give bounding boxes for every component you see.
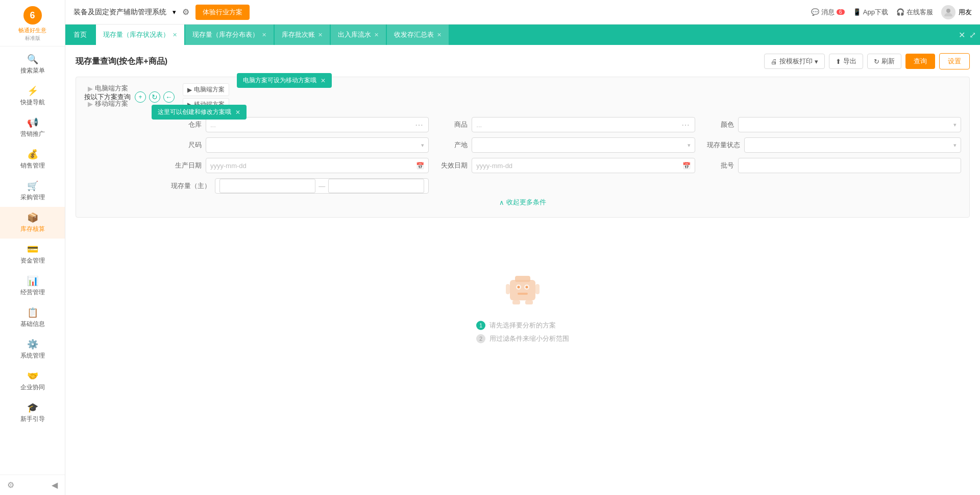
- settings-button[interactable]: 设置: [939, 53, 970, 69]
- expiry-date-input[interactable]: yyyy-mm-dd 📅: [472, 158, 695, 173]
- batch-no-input[interactable]: [738, 158, 961, 173]
- chart-icon: 📊: [27, 275, 38, 287]
- money-icon: 💰: [27, 149, 38, 160]
- phone-icon: 📱: [853, 8, 861, 16]
- close-tab-icon[interactable]: ✕: [262, 32, 266, 38]
- more-conditions-toggle[interactable]: ∧ 收起更多条件: [84, 194, 961, 211]
- svg-rect-2: [515, 276, 530, 282]
- more-icon: ⋯: [415, 120, 424, 130]
- chevron-down-icon: ▾: [953, 142, 957, 149]
- sidebar-item-label: 系统管理: [20, 351, 45, 360]
- sidebar-item-purchase[interactable]: 🛒 采购管理: [0, 175, 65, 207]
- filter-origin: 产地 ▾: [437, 137, 695, 153]
- color-select[interactable]: ▾: [738, 117, 961, 132]
- arrow-icon: ▶: [88, 100, 93, 108]
- refresh-button[interactable]: ↻ 刷新: [867, 54, 901, 69]
- sidebar-item-label: 营销推广: [20, 130, 45, 138]
- tab-receive-summary[interactable]: 收发存汇总表 ✕: [387, 25, 449, 45]
- close-tab-icon[interactable]: ✕: [437, 32, 442, 38]
- tab-batch-ledger[interactable]: 库存批次账 ✕: [275, 25, 330, 45]
- sidebar-item-marketing[interactable]: 📢 营销推广: [0, 112, 65, 144]
- print-button[interactable]: 🖨 按模板打印 ▾: [764, 54, 825, 69]
- avatar: [941, 5, 955, 19]
- settings-footer-icon[interactable]: ⚙: [7, 480, 14, 490]
- sidebar-item-guide[interactable]: 🎓 新手引导: [0, 397, 65, 429]
- sidebar-item-enterprise[interactable]: 🤝 企业协同: [0, 365, 65, 397]
- sidebar-item-quick[interactable]: ⚡ 快捷导航: [0, 80, 65, 112]
- origin-select[interactable]: ▾: [472, 137, 695, 153]
- header-right: 💬 消息 6 📱 App下载 🎧 在线客服 用友: [811, 5, 972, 19]
- sidebar: 6 畅通好生意 标准版 🔍 搜索菜单 ⚡ 快捷导航 📢 营销推广 💰 销售管理 …: [0, 0, 65, 495]
- arrow-icon: ▶: [88, 85, 93, 92]
- filter-production-date: 生产日期 yyyy-mm-dd 📅: [171, 158, 429, 173]
- sidebar-item-search[interactable]: 🔍 搜索菜单: [0, 49, 65, 80]
- query-button[interactable]: 查询: [905, 54, 935, 69]
- sidebar-item-inventory[interactable]: 📦 库存核算: [0, 207, 65, 239]
- tooltip-pc-scheme: 电脑方案可设为移动方案哦 ✕: [237, 73, 332, 88]
- sidebar-item-label: 企业协同: [20, 383, 45, 392]
- tab-inventory-status[interactable]: 现存量（库存状况表） ✕: [96, 25, 184, 45]
- tab-inventory-dist[interactable]: 现存量（库存分布表） ✕: [185, 25, 274, 45]
- sidebar-item-operation[interactable]: 📊 经营管理: [0, 270, 65, 302]
- svg-rect-11: [535, 284, 540, 294]
- sidebar-item-sales[interactable]: 💰 销售管理: [0, 144, 65, 175]
- sidebar-item-finance[interactable]: 💳 资金管理: [0, 239, 65, 270]
- page-title: 现存量查询(按仓库+商品): [76, 56, 167, 67]
- sidebar-item-system[interactable]: ⚙️ 系统管理: [0, 334, 65, 365]
- close-tab-icon[interactable]: ✕: [318, 32, 323, 38]
- message-action[interactable]: 💬 消息 6: [811, 8, 845, 17]
- filter-area: 按以下方案查询 + ↻ ← ▶ 电脑端方案: [76, 77, 970, 218]
- empty-steps: 1 请先选择要分析的方案 2 用过滤条件来缩小分析范围: [476, 321, 569, 347]
- tab-close-all-icon[interactable]: ✕: [959, 30, 965, 40]
- sidebar-footer: ⚙ ◀: [0, 475, 65, 495]
- goods-input[interactable]: ... ⋯: [472, 117, 695, 132]
- svg-point-6: [526, 286, 528, 289]
- filter-goods: 商品 ... ⋯: [437, 117, 695, 132]
- collapse-icon[interactable]: ◀: [52, 480, 58, 490]
- service-action[interactable]: 🎧 在线客服: [896, 8, 933, 17]
- tab-home[interactable]: 首页: [65, 25, 95, 45]
- sidebar-nav: 🔍 搜索菜单 ⚡ 快捷导航 📢 营销推广 💰 销售管理 🛒 采购管理 📦 库存核…: [0, 46, 65, 475]
- page-content: 现存量查询(按仓库+商品) 🖨 按模板打印 ▾ ⬆ 导出 ↻ 刷新: [65, 45, 980, 495]
- header-dropdown[interactable]: ▾: [173, 8, 176, 16]
- production-date-input[interactable]: yyyy-mm-dd 📅: [206, 158, 429, 173]
- app-download-action[interactable]: 📱 App下载: [853, 8, 888, 17]
- filter-color: 颜色 ▾: [703, 117, 961, 132]
- sidebar-item-label: 经营管理: [20, 288, 45, 297]
- headset-icon: 🎧: [896, 8, 904, 16]
- empty-step-2: 2 用过滤条件来缩小分析范围: [476, 334, 569, 343]
- scheme-item-pc[interactable]: ▶ 电脑端方案: [183, 83, 229, 96]
- header-left: 装备及固定资产辅助管理系统 ▾ ⚙ 体验行业方案: [74, 5, 250, 20]
- tab-inout-flow[interactable]: 出入库流水 ✕: [331, 25, 386, 45]
- step-2-num: 2: [476, 334, 485, 343]
- chevron-down-icon: ▾: [173, 8, 176, 16]
- header-settings-icon[interactable]: ⚙: [182, 7, 189, 17]
- sidebar-item-basic[interactable]: 📋 基础信息: [0, 302, 65, 334]
- inventory-main-input[interactable]: —: [215, 178, 429, 194]
- close-tab-icon[interactable]: ✕: [173, 32, 177, 38]
- trial-button[interactable]: 体验行业方案: [195, 5, 250, 20]
- message-icon: 💬: [811, 8, 819, 16]
- empty-step-1: 1 请先选择要分析的方案: [476, 321, 569, 330]
- page-title-bar: 现存量查询(按仓库+商品) 🖨 按模板打印 ▾ ⬆ 导出 ↻ 刷新: [76, 53, 970, 69]
- guide-icon: 🎓: [27, 402, 38, 413]
- logo-badge: 标准版: [25, 35, 40, 42]
- clipboard-icon: 📋: [27, 307, 38, 318]
- size-select[interactable]: ▾: [206, 137, 429, 153]
- tooltip-close-icon[interactable]: ✕: [321, 77, 326, 84]
- back-scheme-button[interactable]: ←: [163, 91, 175, 103]
- sidebar-item-label: 采购管理: [20, 193, 45, 202]
- sidebar-item-label: 搜索菜单: [20, 66, 45, 75]
- search-icon: 🔍: [27, 54, 38, 65]
- calendar-icon: 📅: [682, 162, 691, 170]
- tab-expand-icon[interactable]: ⤢: [969, 30, 976, 40]
- sidebar-item-label: 销售管理: [20, 161, 45, 170]
- lightning-icon: ⚡: [27, 85, 38, 97]
- close-tab-icon[interactable]: ✕: [374, 32, 379, 38]
- svg-rect-1: [510, 280, 535, 300]
- sidebar-item-label: 库存核算: [20, 225, 45, 233]
- chevron-down-icon: ▾: [815, 58, 818, 65]
- export-button[interactable]: ⬆ 导出: [829, 54, 863, 69]
- inventory-status-select[interactable]: ▾: [744, 137, 961, 153]
- tooltip-close-icon[interactable]: ✕: [235, 109, 240, 116]
